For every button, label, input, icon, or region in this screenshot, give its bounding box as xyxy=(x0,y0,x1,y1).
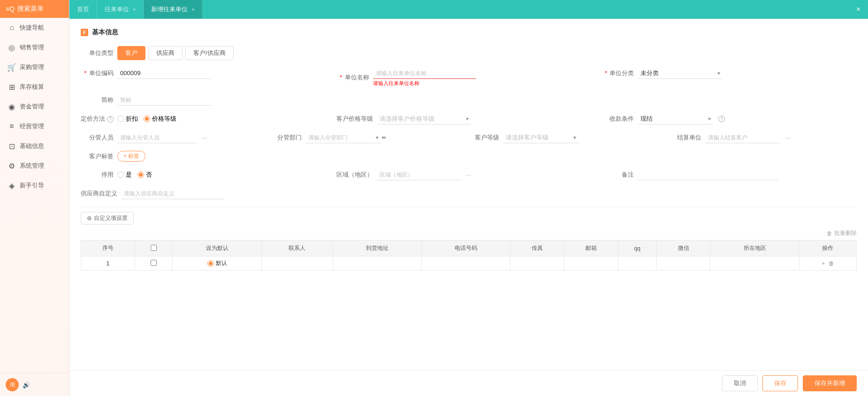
sidebar-item-quick-nav[interactable]: ⌂ 快捷导航 xyxy=(0,18,69,38)
payment-terms-help-icon[interactable]: ? xyxy=(718,116,725,122)
unit-category-select-wrap: 未分类 xyxy=(638,68,722,79)
unit-name-input[interactable] xyxy=(373,68,476,79)
pricing-radio-discount-label: 折扣 xyxy=(126,115,138,123)
sidebar-item-purchase[interactable]: 🛒 采购管理 xyxy=(0,57,69,77)
operation-icon: ≡ xyxy=(8,122,16,131)
manager-dots-button[interactable]: ··· xyxy=(201,134,208,141)
cancel-button[interactable]: 取消 xyxy=(722,375,758,391)
short-name-label: 简称 xyxy=(81,96,114,104)
td-default[interactable]: 默认 xyxy=(173,256,261,271)
page-content: F 基本信息 单位类型 客户 供应商 客户/供应商 xyxy=(69,19,868,370)
tab-partners[interactable]: 往来单位 × xyxy=(97,0,144,19)
inventory-icon: ⊞ xyxy=(8,83,16,91)
tab-bar-close-button[interactable]: × xyxy=(849,5,868,14)
sidebar-bottom: 用 🔊 xyxy=(0,373,69,396)
unit-type-buttons: 客户 供应商 客户/供应商 xyxy=(117,46,234,60)
row-checkbox[interactable] xyxy=(151,260,157,266)
sidebar-item-system[interactable]: ⚙ 系统管理 xyxy=(0,156,69,176)
sidebar-item-basic[interactable]: ⊡ 基础信息 xyxy=(0,136,69,156)
pricing-radio-price-level[interactable]: 价格等级 xyxy=(144,115,176,123)
short-name-field: 简称 xyxy=(81,94,857,106)
unit-category-select[interactable]: 未分类 xyxy=(638,68,722,79)
custom-settings-button[interactable]: ⚙ 自定义项设置 xyxy=(81,212,134,225)
add-tag-button[interactable]: + 标签 xyxy=(117,151,145,162)
row-default-label: 默认 xyxy=(216,259,227,267)
region-input[interactable] xyxy=(377,169,461,180)
tab-partners-close[interactable]: × xyxy=(133,7,136,12)
sidebar-label-finance: 资金管理 xyxy=(20,102,44,111)
th-contact: 联系人 xyxy=(261,241,333,256)
unit-code-label: * 单位编码 xyxy=(81,69,114,78)
delete-row-button[interactable]: 🗑 xyxy=(829,260,834,267)
sidebar-item-inventory[interactable]: ⊞ 库存核算 xyxy=(0,77,69,97)
settlement-dots-button[interactable]: ··· xyxy=(784,134,792,141)
table-header-row: 序号 设为默认 联系人 到货地址 电话号码 传真 邮箱 qq 微信 所在地区 操… xyxy=(81,241,857,256)
manager-input[interactable] xyxy=(117,132,197,143)
unit-category-label: * 单位分类 xyxy=(601,69,634,78)
guide-icon: ◈ xyxy=(8,181,16,190)
customer-level-select[interactable]: 请选择客户等级 xyxy=(503,132,578,143)
pricing-radio-discount[interactable]: 折扣 xyxy=(117,115,138,123)
unit-type-row: 单位类型 客户 供应商 客户/供应商 xyxy=(81,46,857,60)
search-icon: ≡Q xyxy=(6,5,15,13)
system-icon: ⚙ xyxy=(8,162,16,170)
department-input[interactable] xyxy=(305,132,381,143)
type-btn-supplier[interactable]: 供应商 xyxy=(148,46,183,60)
sidebar-label-guide: 新手引导 xyxy=(20,181,44,190)
tab-new-partner[interactable]: 新增往来单位 × xyxy=(144,0,202,19)
tab-new-partner-close[interactable]: × xyxy=(191,7,194,12)
sidebar-label-sales: 销售管理 xyxy=(20,43,44,52)
customer-price-level-select[interactable]: 请选择客户价格等级 xyxy=(377,113,471,124)
th-wechat: 微信 xyxy=(656,241,710,256)
th-qq: qq xyxy=(618,241,656,256)
disabled-radio-yes[interactable]: 是 xyxy=(117,171,132,179)
add-tag-label: + 标签 xyxy=(123,152,139,160)
unit-code-input[interactable] xyxy=(117,68,211,79)
sidebar-item-sales[interactable]: ◎ 销售管理 xyxy=(0,38,69,57)
tab-home[interactable]: 首页 xyxy=(69,0,97,19)
contacts-table: 序号 设为默认 联系人 到货地址 电话号码 传真 邮箱 qq 微信 所在地区 操… xyxy=(81,240,857,271)
th-action: 操作 xyxy=(799,241,856,256)
th-no: 序号 xyxy=(81,241,135,256)
trash-icon: 🗑 xyxy=(827,230,832,237)
td-address xyxy=(333,256,421,271)
search-menu-button[interactable]: ≡Q 搜索菜单 xyxy=(0,0,69,18)
type-btn-customer[interactable]: 客户 xyxy=(117,46,145,60)
supplier-custom-input[interactable] xyxy=(121,188,224,199)
save-button[interactable]: 保存 xyxy=(762,375,798,391)
row-default-radio[interactable]: 默认 xyxy=(175,259,258,267)
payment-terms-select[interactable]: 现结 xyxy=(638,113,713,124)
unit-type-label: 单位类型 xyxy=(81,49,114,57)
short-name-input[interactable] xyxy=(117,94,211,106)
search-menu-label: 搜索菜单 xyxy=(17,5,44,13)
unit-code-field: * 单位编码 xyxy=(81,68,336,79)
unit-type-field: 单位类型 客户 供应商 客户/供应商 xyxy=(81,46,857,60)
unit-category-field: * 单位分类 未分类 xyxy=(601,68,857,79)
department-dropdown-icon[interactable]: ▾ xyxy=(383,134,386,141)
batch-delete-label: 批量删除 xyxy=(834,229,857,237)
sidebar-item-guide[interactable]: ◈ 新手引导 xyxy=(0,176,69,195)
region-dots-button[interactable]: ··· xyxy=(465,171,472,179)
sales-icon: ◎ xyxy=(8,43,16,52)
td-checkbox xyxy=(135,256,173,271)
disabled-radio-no-circle xyxy=(137,171,144,178)
pricing-help-icon[interactable]: ? xyxy=(107,116,114,123)
customer-price-level-label: 客户价格等级 xyxy=(336,115,373,123)
th-phone: 电话号码 xyxy=(422,241,510,256)
type-btn-both[interactable]: 客户/供应商 xyxy=(185,46,234,60)
select-all-checkbox[interactable] xyxy=(151,245,157,251)
pricing-radio-group: 折扣 价格等级 xyxy=(117,115,176,123)
remark-input[interactable] xyxy=(638,169,778,180)
unit-name-star: * xyxy=(340,74,342,81)
td-action: + 🗑 xyxy=(799,256,856,271)
save-new-button[interactable]: 保存并新增 xyxy=(803,375,857,391)
unit-category-star: * xyxy=(605,70,607,77)
add-row-button[interactable]: + xyxy=(822,260,825,267)
sidebar-item-finance[interactable]: ◉ 资金管理 xyxy=(0,97,69,116)
batch-delete-button[interactable]: 🗑 批量删除 xyxy=(827,229,857,237)
sidebar-item-operation[interactable]: ≡ 经营管理 xyxy=(0,116,69,136)
disabled-radio-no[interactable]: 否 xyxy=(137,171,152,179)
pricing-method-field: 定价方法 ? 折扣 价格等级 xyxy=(81,115,336,123)
settlement-input[interactable] xyxy=(705,132,780,143)
remark-label: 备注 xyxy=(601,171,634,179)
